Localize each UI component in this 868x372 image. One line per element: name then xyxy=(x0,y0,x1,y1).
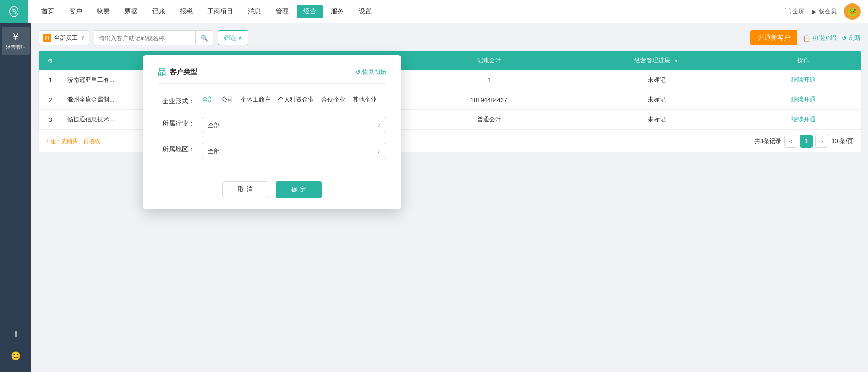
col-settings[interactable]: ⚙ xyxy=(39,51,62,70)
search-input[interactable] xyxy=(94,35,195,42)
fullscreen-icon: ⛶ xyxy=(784,8,791,15)
dialog-reset-button[interactable]: ↺ 恢复初始 xyxy=(355,68,386,76)
type-individual[interactable]: 个体工商户 xyxy=(241,95,271,105)
row1-accountant: 1 xyxy=(411,70,567,90)
page-1-btn[interactable]: 1 xyxy=(800,135,813,148)
row2-accountant: 18194484427 xyxy=(411,90,567,110)
enterprise-types-container: 全部 公司 个体工商户 个人独资企业 合伙企业 其他企业 xyxy=(202,95,386,105)
employee-arrow-icon: ∨ xyxy=(81,35,85,41)
industry-select-wrapper: 全部 xyxy=(202,117,386,133)
row2-action-link[interactable]: 继续开通 xyxy=(791,96,815,103)
footer-note: ℹ 注：先购买、再授权 xyxy=(46,138,100,145)
sidebar-help[interactable]: 😊 xyxy=(2,347,30,365)
dialog-title-text: 客户类型 xyxy=(170,68,197,77)
row3-progress: 未标记 xyxy=(567,110,746,130)
industry-label: 所属行业： xyxy=(158,117,195,130)
industry-select-container: 全部 xyxy=(202,117,386,133)
search-icon: 🔍 xyxy=(201,35,208,42)
nav-service[interactable]: 服务 xyxy=(325,5,350,18)
industry-select[interactable]: 全部 xyxy=(202,117,386,133)
row3-action[interactable]: 继续开通 xyxy=(746,110,861,130)
nav-home[interactable]: 首页 xyxy=(35,5,61,18)
nav-business[interactable]: 工商项目 xyxy=(201,5,240,18)
dialog-title-icon: 品 xyxy=(158,66,166,78)
row3-accountant: 普通会计 xyxy=(411,110,567,130)
fullscreen-btn[interactable]: ⛶ 全屏 xyxy=(784,7,804,16)
sidebar-item-management[interactable]: ¥ 经营管理 xyxy=(2,27,30,55)
region-select[interactable]: 全部 xyxy=(202,143,386,159)
download-icon: ⬇ xyxy=(12,330,19,340)
feature-label: 功能介绍 xyxy=(812,34,836,42)
fullscreen-label: 全屏 xyxy=(792,7,804,16)
pagination: 共3条记录 ＜ 1 ＞ 30 条/页 xyxy=(754,135,853,148)
type-other[interactable]: 其他企业 xyxy=(353,95,377,105)
nav-management[interactable]: 管理 xyxy=(269,5,295,18)
sidebar-download[interactable]: ⬇ xyxy=(2,326,30,343)
search-button[interactable]: 🔍 xyxy=(195,31,213,45)
row1-index: 1 xyxy=(39,70,62,90)
enterprise-form-label: 企业形式： xyxy=(158,95,195,108)
type-sole[interactable]: 个人独资企业 xyxy=(278,95,314,105)
toolbar-right: 开通新客户 📋 功能介绍 ↺ 刷新 xyxy=(750,30,861,45)
nav-settings[interactable]: 设置 xyxy=(352,5,378,18)
feature-icon: 📋 xyxy=(803,35,810,42)
nav-message[interactable]: 消息 xyxy=(242,5,267,18)
nav-right: ⛶ 全屏 ▶ 畅会员 🐸 xyxy=(784,3,861,20)
type-company[interactable]: 公司 xyxy=(221,95,233,105)
total-records: 共3条记录 xyxy=(754,137,781,145)
logo xyxy=(0,0,28,23)
svg-point-0 xyxy=(13,11,14,12)
col-accountant-label: 记账会计 xyxy=(477,57,501,64)
col-action: 操作 xyxy=(746,51,861,70)
confirm-button[interactable]: 确 定 xyxy=(276,181,322,198)
row1-action[interactable]: 继续开通 xyxy=(746,70,861,90)
type-partnership[interactable]: 合伙企业 xyxy=(321,95,345,105)
membership-label: 畅会员 xyxy=(819,7,837,16)
filter-button[interactable]: 筛选 ∧ xyxy=(218,30,248,45)
refresh-button[interactable]: ↺ 刷新 xyxy=(842,34,861,42)
filter-dialog: 品 客户类型 ↺ 恢复初始 企业形式： 全部 公司 个体工商户 个人独资企业 合… xyxy=(143,55,401,209)
row1-progress: 未标记 xyxy=(567,70,746,90)
prev-page-btn[interactable]: ＜ xyxy=(784,135,797,148)
new-customer-button[interactable]: 开通新客户 xyxy=(750,30,797,45)
top-nav: 首页 客户 收费 票据 记账 报税 工商项目 消息 管理 经营 服务 设置 ⛶ … xyxy=(0,0,868,23)
region-select-wrapper: 全部 xyxy=(202,143,386,159)
feature-intro-button[interactable]: 📋 功能介绍 xyxy=(803,34,836,42)
employee-selector[interactable]: 四 全部员工 ∨ xyxy=(39,30,89,45)
toolbar: 四 全部员工 ∨ 🔍 筛选 ∧ 开通新客户 📋 功能介绍 xyxy=(39,30,861,45)
row3-action-link[interactable]: 继续开通 xyxy=(791,116,815,123)
industry-form-row: 所属行业： 全部 xyxy=(158,117,386,133)
row3-index: 3 xyxy=(39,110,62,130)
nav-accounting[interactable]: 记账 xyxy=(146,5,171,18)
row2-index: 2 xyxy=(39,90,62,110)
row2-progress: 未标记 xyxy=(567,90,746,110)
type-all[interactable]: 全部 xyxy=(202,95,214,105)
filter-label: 筛选 xyxy=(224,34,236,42)
nav-operation[interactable]: 经营 xyxy=(297,5,323,18)
reset-label: 恢复初始 xyxy=(362,68,386,76)
col-action-label: 操作 xyxy=(797,57,809,64)
membership-icon: ▶ xyxy=(812,8,817,15)
region-select-container: 全部 xyxy=(202,143,386,159)
refresh-icon: ↺ xyxy=(842,35,847,42)
row1-action-link[interactable]: 继续开通 xyxy=(791,76,815,83)
next-page-btn[interactable]: ＞ xyxy=(815,135,828,148)
enterprise-types: 全部 公司 个体工商户 个人独资企业 合伙企业 其他企业 xyxy=(202,95,386,105)
nav-billing[interactable]: 收费 xyxy=(90,5,116,18)
membership-btn[interactable]: ▶ 畅会员 xyxy=(812,7,837,16)
help-icon: 😊 xyxy=(11,351,21,361)
cancel-button[interactable]: 取 消 xyxy=(222,181,268,198)
filter-arrow-icon: ∧ xyxy=(238,35,242,42)
filter-progress-icon[interactable]: ▼ xyxy=(674,58,679,63)
employee-text: 全部员工 xyxy=(54,34,78,42)
page-size: 30 条/页 xyxy=(831,137,853,145)
nav-tax[interactable]: 报税 xyxy=(173,5,199,18)
enterprise-form-row: 企业形式： 全部 公司 个体工商户 个人独资企业 合伙企业 其他企业 xyxy=(158,95,386,108)
note-icon: ℹ xyxy=(46,138,48,144)
nav-invoice[interactable]: 票据 xyxy=(118,5,144,18)
region-form-row: 所属地区： 全部 xyxy=(158,143,386,159)
sidebar-item-label: 经营管理 xyxy=(6,44,26,51)
row2-action[interactable]: 继续开通 xyxy=(746,90,861,110)
nav-customer[interactable]: 客户 xyxy=(63,5,89,18)
avatar[interactable]: 🐸 xyxy=(844,3,861,20)
